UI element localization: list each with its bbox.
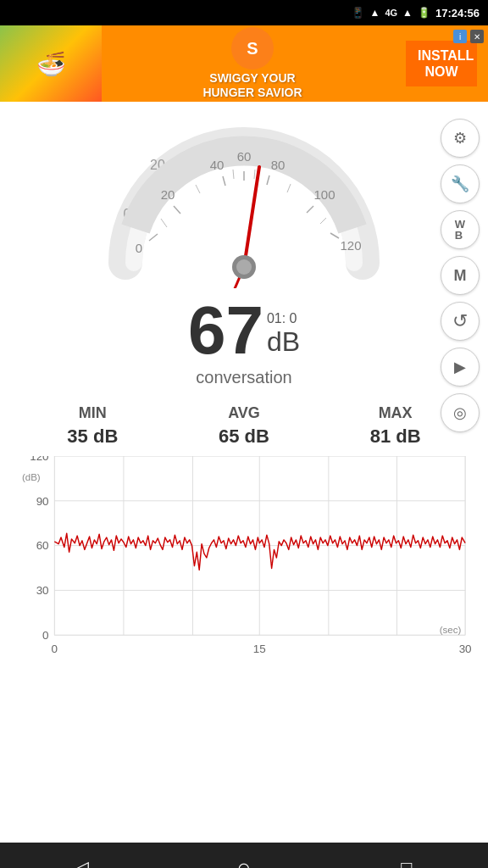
gauge-svg: 0 20 bbox=[100, 119, 388, 288]
svg-text:(dB): (dB) bbox=[22, 472, 41, 482]
recent-button[interactable]: □ bbox=[381, 843, 432, 868]
nav-bar: ◁ ○ □ bbox=[0, 843, 488, 868]
home-button[interactable]: ○ bbox=[219, 843, 269, 868]
svg-line-18 bbox=[161, 219, 167, 227]
stat-min-label: MIN bbox=[79, 404, 107, 422]
svg-text:0: 0 bbox=[42, 629, 48, 642]
ad-close-icon[interactable]: ✕ bbox=[470, 30, 484, 43]
wrench-button[interactable]: 🔧 bbox=[441, 164, 480, 203]
svg-text:120: 120 bbox=[340, 238, 361, 253]
stat-min-value: 35 dB bbox=[67, 426, 118, 448]
svg-line-22 bbox=[287, 184, 291, 192]
stat-avg-value: 65 dB bbox=[219, 426, 269, 448]
svg-text:0: 0 bbox=[52, 643, 58, 655]
m-button[interactable]: M bbox=[441, 256, 480, 295]
stat-max-value: 81 dB bbox=[370, 426, 421, 448]
svg-point-27 bbox=[236, 259, 252, 275]
reset-icon: ↺ bbox=[452, 310, 468, 332]
battery-icon: 🔋 bbox=[418, 7, 430, 19]
svg-line-11 bbox=[149, 234, 158, 241]
svg-line-21 bbox=[254, 170, 255, 179]
db-unit: dB bbox=[267, 326, 300, 358]
phone-icon: 📱 bbox=[352, 7, 364, 19]
ad-food-image: 🍜 bbox=[0, 25, 102, 102]
ad-info-icon[interactable]: i bbox=[453, 30, 467, 43]
back-icon: ◁ bbox=[75, 857, 89, 868]
svg-line-16 bbox=[307, 206, 313, 213]
db-reading-row: 67 01: 0 dB bbox=[188, 297, 300, 364]
status-bar: 📱 ▲ 4G ▲ 🔋 17:24:56 bbox=[0, 0, 488, 25]
wrench-icon: 🔧 bbox=[451, 175, 469, 193]
recent-icon: □ bbox=[401, 857, 412, 868]
svg-line-15 bbox=[267, 175, 269, 185]
m-icon: M bbox=[454, 267, 467, 285]
svg-line-24 bbox=[244, 167, 259, 267]
svg-text:15: 15 bbox=[253, 643, 266, 655]
stat-avg: AVG 65 dB bbox=[219, 404, 269, 448]
wb-button[interactable]: WB bbox=[441, 210, 480, 249]
wb-icon: WB bbox=[455, 219, 465, 241]
signal-icon: ▲ bbox=[402, 7, 413, 19]
4g-icon: 4G bbox=[385, 8, 397, 18]
gauge-container: 0 20 bbox=[100, 119, 388, 288]
svg-line-20 bbox=[233, 170, 234, 179]
reset-button[interactable]: ↺ bbox=[441, 302, 480, 341]
stat-min: MIN 35 dB bbox=[67, 404, 118, 448]
svg-text:(sec): (sec) bbox=[440, 625, 462, 635]
swiggy-logo: S bbox=[231, 27, 274, 70]
gauge-area: 0 20 bbox=[0, 102, 488, 288]
settings-button[interactable]: ⚙ bbox=[441, 119, 480, 158]
timer: 01: 0 bbox=[267, 311, 297, 326]
ad-banner: 🍜 S SWIGGY YOURHUNGER SAVIOR INSTALLNOW … bbox=[0, 25, 488, 102]
db-unit-col: 01: 0 dB bbox=[267, 311, 300, 364]
chart-area: 120 90 60 30 0 (dB) 0 15 30 (sec) bbox=[0, 456, 488, 843]
category-label: conversation bbox=[196, 368, 291, 387]
stat-max: MAX 81 dB bbox=[370, 404, 421, 448]
ad-content: S SWIGGY YOURHUNGER SAVIOR bbox=[102, 27, 403, 100]
stats-row: MIN 35 dB AVG 65 dB MAX 81 dB bbox=[0, 392, 488, 456]
svg-text:20: 20 bbox=[161, 187, 175, 202]
gear-icon: ⚙ bbox=[453, 129, 467, 147]
compass-icon: ◎ bbox=[453, 403, 467, 422]
svg-line-12 bbox=[174, 206, 180, 214]
svg-text:100: 100 bbox=[313, 187, 335, 202]
back-button[interactable]: ◁ bbox=[56, 843, 107, 868]
home-icon: ○ bbox=[237, 854, 252, 868]
compass-button[interactable]: ◎ bbox=[441, 393, 480, 432]
svg-text:80: 80 bbox=[271, 158, 286, 172]
play-icon: ▶ bbox=[454, 358, 466, 376]
clock: 17:24:56 bbox=[435, 7, 480, 19]
stat-avg-label: AVG bbox=[228, 404, 260, 422]
svg-text:30: 30 bbox=[459, 643, 472, 655]
svg-text:0: 0 bbox=[136, 241, 142, 255]
chart-svg: 120 90 60 30 0 (dB) 0 15 30 (sec) bbox=[8, 456, 480, 659]
svg-line-17 bbox=[330, 233, 339, 238]
svg-line-19 bbox=[196, 185, 200, 193]
reading-area: 67 01: 0 dB conversation bbox=[0, 288, 488, 392]
db-number: 67 bbox=[188, 297, 263, 364]
svg-line-23 bbox=[320, 218, 326, 224]
stat-max-label: MAX bbox=[379, 404, 413, 422]
wifi-icon: ▲ bbox=[369, 7, 380, 19]
svg-text:40: 40 bbox=[210, 158, 225, 172]
svg-text:90: 90 bbox=[36, 495, 49, 508]
install-button[interactable]: INSTALLNOW bbox=[403, 38, 480, 89]
svg-text:60: 60 bbox=[237, 149, 252, 164]
svg-text:30: 30 bbox=[36, 584, 49, 597]
play-button[interactable]: ▶ bbox=[441, 348, 480, 387]
svg-line-13 bbox=[223, 176, 225, 186]
app-main: ⚙ 🔧 WB M ↺ ▶ ◎ bbox=[0, 102, 488, 843]
svg-text:120: 120 bbox=[30, 456, 48, 463]
sidebar-buttons: ⚙ 🔧 WB M ↺ ▶ ◎ bbox=[441, 119, 480, 432]
ad-text: SWIGGY YOURHUNGER SAVIOR bbox=[202, 71, 302, 100]
svg-text:60: 60 bbox=[36, 539, 49, 552]
